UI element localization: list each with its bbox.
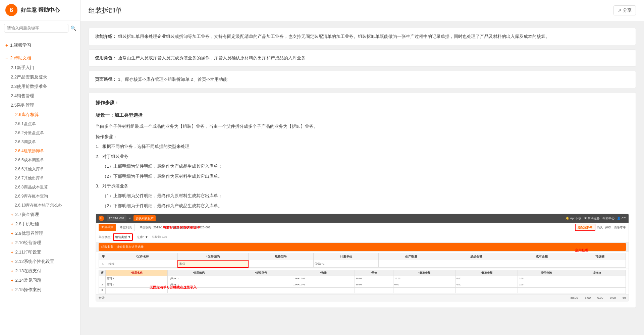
- sidebar-item-partial-stock[interactable]: 2.6.2分量盘点单: [0, 128, 80, 137]
- main-area: 组装拆卸单 ↗ 分享 功能介绍： 组装拆卸单用来处理企业组装或拆卸等加工业务，支…: [80, 0, 644, 335]
- nav-section-1: + 1.视频学习: [0, 39, 80, 52]
- sidebar-item-beginner[interactable]: 2.1新手入门: [0, 63, 80, 72]
- annotation-5-label: 无固定清单可以继续在这里录入: [150, 284, 197, 290]
- plus-icon-7: +: [11, 250, 13, 255]
- sidebar-item-cost-recalc[interactable]: 2.6.8商品成本重算: [0, 183, 80, 192]
- role-text: 通常由生产人员或库管人员完成拆装业务的操作，库管人员确认原材料的出库和产成品的入…: [118, 55, 306, 60]
- intro-text: 组装拆卸单用来处理企业组装或拆卸等加工业务，支持有固定装配清单的产品加工业务，也…: [118, 34, 550, 39]
- sidebar-header: 6 好生意 帮助中心: [0, 0, 80, 20]
- plus-icon-10: +: [11, 278, 13, 283]
- plus-icon-5: +: [11, 231, 13, 236]
- sidebar-nav: + 1.视频学习 − 2.帮助文档 2.1新手入门 2.2产品安装及登录 2.3…: [0, 36, 80, 335]
- minus-icon-2: −: [11, 112, 13, 117]
- search-box: 🔍: [0, 20, 80, 36]
- sidebar-item-install[interactable]: 2.2产品安装及登录: [0, 72, 80, 82]
- sidebar: 6 好生意 帮助中心 🔍 + 1.视频学习 − 2.帮助文档 2.1新手入门 2…: [0, 0, 80, 335]
- minus-icon: −: [5, 55, 8, 61]
- plus-icon-9: +: [11, 269, 13, 274]
- content-area: 功能介绍： 组装拆卸单用来处理企业组装或拆卸等加工业务，支持有固定装配清单的产品…: [80, 21, 644, 335]
- screenshot-container: 6 TEST-H002 v 切换到新版本 🔔 App下载 ☎ 帮助服务 帮助中心…: [96, 214, 629, 301]
- step2-2: （2）下部明细为子件明细，最终作为原材料生成其它出库单。: [96, 172, 629, 180]
- sidebar-item-sales[interactable]: 2.4销售管理: [0, 91, 80, 101]
- search-icon[interactable]: 🔍: [70, 25, 76, 31]
- sidebar-item-stock-ledger[interactable]: 2.6.9库存账本查询: [0, 192, 80, 201]
- path-box: 页面路径： 1、库存核算->库存管理->组装拆卸单 2、首页->常用功能: [89, 71, 636, 88]
- sidebar-item-mobile[interactable]: + 2.8手机旺铺: [0, 219, 80, 229]
- sidebar-item-other-in[interactable]: 2.6.6其他入库单: [0, 165, 80, 174]
- path-text: 1、库存核算->库存管理->组装拆卸单 2、首页->常用功能: [118, 77, 228, 82]
- ops-block: 操作步骤： 场景一：加工类型选择 当由多个子件材料组装成一个成品的业务为【组装】…: [89, 92, 636, 308]
- page-title: 组装拆卸单: [89, 6, 122, 15]
- sidebar-item-faq[interactable]: + 2.14常见问题: [0, 276, 80, 285]
- sidebar-item-cost-adjust[interactable]: 2.6.5成本调整单: [0, 156, 80, 165]
- step2: 2、对于组装业务: [96, 153, 629, 160]
- sidebar-item-stocktake[interactable]: 2.6.1盘点单: [0, 119, 80, 128]
- intro-label: 功能介绍：: [95, 34, 117, 39]
- sidebar-item-finance[interactable]: + 2.7资金管理: [0, 210, 80, 219]
- sidebar-item-other-out[interactable]: 2.6.7其他出库单: [0, 174, 80, 183]
- brand-title: 好生意 帮助中心: [21, 7, 60, 14]
- plus-icon-11: +: [11, 287, 13, 292]
- share-button[interactable]: ↗ 分享: [613, 5, 636, 15]
- sidebar-item-cases[interactable]: + 2.15操作案例: [0, 285, 80, 294]
- ops-steps-label: 操作步骤：: [96, 133, 629, 141]
- step1: 1、根据不同的业务，选择不同单据的类型来处理: [96, 143, 629, 150]
- plus-icon-6: +: [11, 240, 13, 245]
- screenshot-image: 6 TEST-H002 v 切换到新版本 🔔 App下载 ☎ 帮助服务 帮助中心…: [96, 214, 629, 301]
- scene-label: 场景一：加工类型选择: [96, 111, 629, 119]
- step2-1: （1）上部明细为父件明细，最终作为产成品生成其它入库单；: [96, 162, 629, 170]
- plus-icon-3: +: [11, 212, 13, 217]
- sidebar-item-ops-mgmt[interactable]: + 2.10经营管理: [0, 238, 80, 247]
- step3: 3、对于拆装业务: [96, 182, 629, 190]
- sidebar-item-purchase[interactable]: 2.5采购管理: [0, 101, 80, 110]
- sidebar-item-assembly[interactable]: 2.6.4组装拆卸单: [0, 147, 80, 156]
- sidebar-item-inventory[interactable]: − 2.6库存核算: [0, 110, 80, 119]
- sidebar-item-payment[interactable]: + 2.13在线支付: [0, 266, 80, 276]
- sidebar-item-personalize[interactable]: + 2.12系统个性化设置: [0, 257, 80, 266]
- role-box: 使用角色： 通常由生产人员或库管人员完成拆装业务的操作，库管人员确认原材料的出库…: [89, 49, 636, 67]
- scene-desc: 当由多个子件材料组装成一个成品的业务为【组装】业务，当由一个父件拆分成多个子产品…: [96, 122, 629, 130]
- sidebar-item-transfer[interactable]: 2.6.3调拨单: [0, 137, 80, 147]
- nav-section-2: − 2.帮助文档 2.1新手入门 2.2产品安装及登录 2.3使用前数据准备 2…: [0, 52, 80, 296]
- search-input[interactable]: [4, 24, 68, 33]
- logo-icon: 6: [5, 4, 17, 16]
- sidebar-item-print[interactable]: + 2.11打印设置: [0, 247, 80, 257]
- plus-icon-8: +: [11, 259, 13, 264]
- step3-2: （2）下部明细为子件明细，最终作为产成品生成其它入库单。: [96, 202, 629, 210]
- sidebar-item-video[interactable]: + 1.视频学习: [0, 40, 80, 50]
- step3-1: （1）上部明细为父件明细，最终作为原材料生成其它出库单；: [96, 192, 629, 200]
- sidebar-item-data-prep[interactable]: 2.3使用前数据准备: [0, 82, 80, 91]
- share-icon: ↗: [618, 8, 622, 13]
- sidebar-item-stock-error[interactable]: 2.6.10库存账本错了怎么办: [0, 201, 80, 210]
- sidebar-item-coupon[interactable]: + 2.9优惠券管理: [0, 229, 80, 238]
- ops-label: 操作步骤：: [96, 99, 629, 107]
- intro-box: 功能介绍： 组装拆卸单用来处理企业组装或拆卸等加工业务，支持有固定装配清单的产品…: [89, 28, 636, 45]
- path-label: 页面路径：: [95, 77, 117, 82]
- sidebar-item-docs[interactable]: − 2.帮助文档: [0, 53, 80, 63]
- plus-icon-4: +: [11, 222, 13, 227]
- plus-icon: +: [5, 43, 8, 48]
- main-header: 组装拆卸单 ↗ 分享: [80, 0, 644, 21]
- role-label: 使用角色：: [95, 55, 117, 60]
- annotation-4-label: 启用处理: [575, 247, 588, 254]
- annotation-1-label: 有装配清单的在这里处理: [163, 225, 200, 231]
